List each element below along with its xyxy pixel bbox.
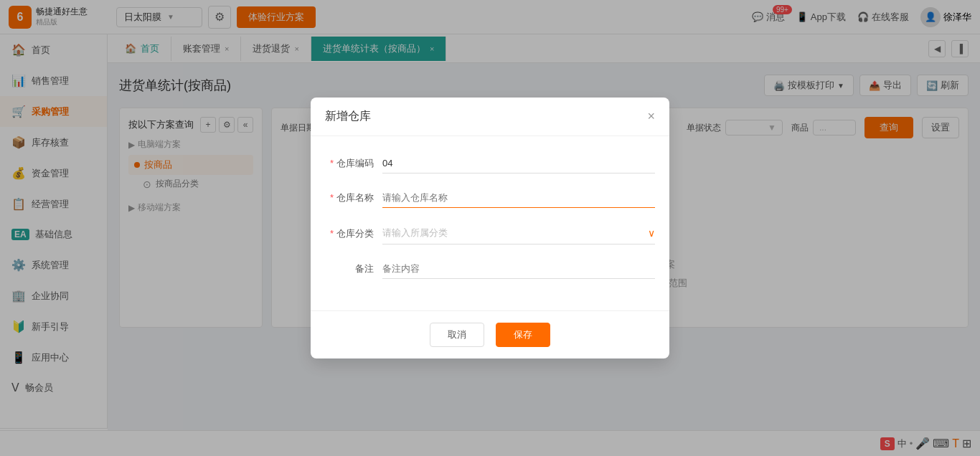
warehouse-remark-input[interactable]	[382, 259, 655, 279]
form-row-category: 仓库分类 请输入所属分类 ∨	[325, 222, 655, 244]
modal-body: 仓库编码 仓库名称 仓库分类 请输入所属分类 ∨ 备注	[311, 136, 669, 310]
warehouse-name-input[interactable]	[382, 188, 655, 208]
warehouse-category-select[interactable]: 请输入所属分类 ∨	[382, 222, 655, 244]
warehouse-code-input[interactable]	[382, 153, 655, 174]
category-arrow-icon: ∨	[648, 227, 655, 239]
form-row-remark: 备注	[325, 259, 655, 279]
modal-footer: 取消 保存	[311, 310, 669, 358]
modal-title: 新增仓库	[325, 109, 371, 124]
cancel-button[interactable]: 取消	[430, 323, 484, 347]
name-label: 仓库名称	[325, 191, 382, 204]
remark-label: 备注	[325, 262, 382, 275]
new-warehouse-modal: 新增仓库 × 仓库编码 仓库名称 仓库分类 请输入所属分类 ∨	[311, 98, 669, 358]
form-row-code: 仓库编码	[325, 153, 655, 174]
code-label: 仓库编码	[325, 157, 382, 170]
form-row-name: 仓库名称	[325, 188, 655, 208]
save-button[interactable]: 保存	[496, 323, 550, 347]
modal-overlay[interactable]: 新增仓库 × 仓库编码 仓库名称 仓库分类 请输入所属分类 ∨	[0, 0, 980, 456]
category-label: 仓库分类	[325, 227, 382, 240]
modal-header: 新增仓库 ×	[311, 98, 669, 136]
modal-close-icon[interactable]: ×	[647, 109, 655, 124]
